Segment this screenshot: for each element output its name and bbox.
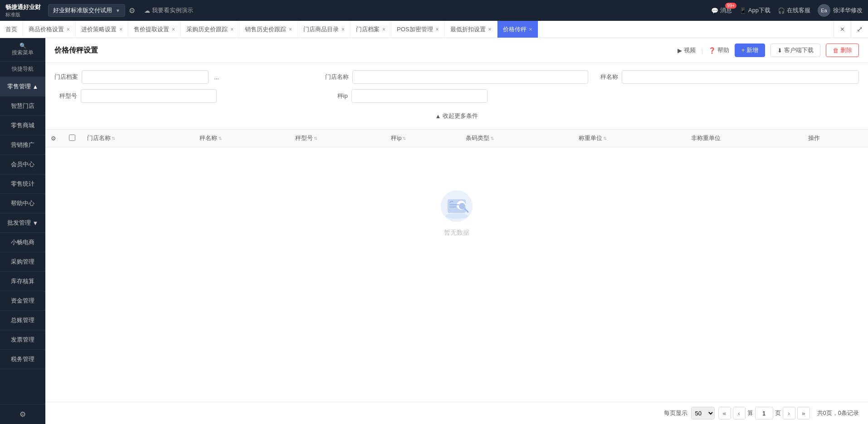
sidebar-item-help[interactable]: 帮助中心 [0,194,45,213]
prev-page-button[interactable]: ‹ [733,407,746,419]
table-header-row: ⚙ 门店名称⇅ 秤名称⇅ 秤型号⇅ [45,130,868,147]
tab-end-area: × ⤢ [834,21,868,38]
th-store-name[interactable]: 门店名称⇅ [82,130,194,147]
scale-model-label: 秤型号 [54,92,77,100]
th-barcode-type[interactable]: 条码类型⇅ [460,130,573,147]
sort-icon: ⇅ [603,136,607,141]
close-icon[interactable]: × [119,26,122,33]
delete-button[interactable]: 🗑 删除 [826,43,859,57]
question-icon: ❓ [708,47,716,54]
pagination-bar: 每页显示 50 10 20 100 « ‹ 算 页 › » 共0页，0条记录 [45,402,868,424]
sidebar-item-invoice[interactable]: 发票管理 [0,330,45,350]
sidebar-item-retail-stats[interactable]: 零售统计 [0,174,45,194]
collapse-button[interactable]: ▲ 收起更多条件 [54,110,859,122]
sidebar-item-wholesale[interactable]: 批发管理 ▼ [0,213,45,233]
app-download-button[interactable]: 📱 App下载 [739,6,770,14]
store-file-input[interactable] [82,70,209,84]
next-page-button[interactable]: › [783,407,795,419]
tab-home[interactable]: 首页 [0,21,23,38]
sidebar-item-marketing[interactable]: 营销推广 [0,135,45,155]
th-scale-ip[interactable]: 秤ip⇅ [385,130,460,147]
sidebar-item-finance[interactable]: 资金管理 [0,291,45,311]
close-icon[interactable]: × [341,26,345,33]
th-scale-model[interactable]: 秤型号⇅ [290,130,385,147]
tab-price-settings[interactable]: 商品价格设置 × [23,21,76,38]
sidebar-item-retail[interactable]: 零售管理 ▲ [0,77,45,96]
select-all-checkbox[interactable] [69,135,75,141]
close-icon[interactable]: × [436,26,439,33]
filter-store-name: 门店名称 [325,70,589,84]
close-icon[interactable]: × [488,26,492,33]
tab-min-discount[interactable]: 最低折扣设置 × [445,21,497,38]
per-page-select[interactable]: 50 10 20 100 [691,407,715,419]
svg-point-1 [445,213,468,219]
sidebar-settings-button[interactable]: ⚙ [0,404,45,424]
sidebar-item-label: 资金管理 [11,297,34,305]
per-page-label: 每页显示 [664,409,688,417]
tab-bar: 首页 商品价格设置 × 进价策略设置 × 售价提取设置 × 采购历史价跟踪 × … [0,21,868,38]
add-button[interactable]: + 新增 [735,43,765,57]
top-bar: 畅捷通好业财 标准版 好业财标准版交付试用 ▼ ⚙ ☁ 我要看实例演示 💬 消息… [0,0,868,21]
sidebar-item-label: 营销推广 [11,141,34,149]
first-page-button[interactable]: « [718,407,731,419]
tab-sell-extract[interactable]: 售价提取设置 × [128,21,181,38]
demo-link[interactable]: ☁ 我要看实例演示 [144,6,193,14]
sidebar-item-purchase[interactable]: 采购管理 [0,252,45,272]
filter-row-1: 门店档案 ... 门店名称 秤名称 [54,70,859,84]
tab-price-scale[interactable]: 价格传秤 × [497,21,538,38]
sidebar-item-member[interactable]: 会员中心 [0,155,45,174]
top-right-area: 💬 消息 99+ 📱 App下载 🎧 在线客服 Ea 徐泽华修改 [711,4,863,17]
main-layout: 🔍 搜索菜单 快捷导航 零售管理 ▲ 智慧门店 零售商城 营销推广 会员中心 零… [0,38,868,424]
download-button[interactable]: ⬇ 客户端下载 [770,43,820,57]
tab-close-all-button[interactable]: × [834,21,851,38]
scale-name-input[interactable] [622,70,859,84]
settings-button[interactable]: ⚙ [125,5,139,17]
close-icon[interactable]: × [172,26,175,33]
sidebar-item-label: 批发管理 [7,219,31,227]
sidebar: 🔍 搜索菜单 快捷导航 零售管理 ▲ 智慧门店 零售商城 营销推广 会员中心 零… [0,38,45,424]
sidebar-item-label: 零售统计 [11,180,34,188]
sidebar-search[interactable]: 🔍 搜索菜单 [0,38,45,62]
scale-ip-input[interactable] [351,89,488,103]
sidebar-item-retail-mall[interactable]: 零售商城 [0,116,45,135]
tab-expand-button[interactable]: ⤢ [851,21,868,38]
tab-pos-manage[interactable]: POS加密管理 × [391,21,444,38]
message-button[interactable]: 💬 消息 99+ [711,6,732,14]
sidebar-quick-nav[interactable]: 快捷导航 [0,62,45,77]
chevron-icon: ▼ [33,220,39,226]
version-label: 好业财标准版交付试用 [53,6,112,14]
sidebar-item-inventory[interactable]: 库存核算 [0,272,45,291]
help-link[interactable]: ❓ 帮助 [708,46,729,54]
scale-model-input[interactable] [81,89,217,103]
store-file-dots[interactable]: ... [212,74,221,81]
close-icon[interactable]: × [67,26,70,33]
tab-store-catalog[interactable]: 门店商品目录 × [298,21,351,38]
close-icon[interactable]: × [230,26,234,33]
user-area[interactable]: Ea 徐泽华修改 [818,4,863,17]
sidebar-item-ledger[interactable]: 总账管理 [0,311,45,330]
tab-purchase-history[interactable]: 采购历史价跟踪 × [181,21,239,38]
th-scale-name[interactable]: 秤名称⇅ [194,130,290,147]
sidebar-item-label: 税务管理 [11,355,34,363]
tab-label: 售价提取设置 [134,25,169,34]
online-service-button[interactable]: 🎧 在线客服 [778,6,810,14]
sidebar-item-tax[interactable]: 税务管理 [0,350,45,369]
close-icon[interactable]: × [289,26,292,33]
last-page-button[interactable]: » [797,407,810,419]
sidebar-item-label: 采购管理 [11,258,34,266]
sidebar-item-xiaochang[interactable]: 小畅电商 [0,233,45,252]
store-name-input[interactable] [352,70,589,84]
tab-purchase-strategy[interactable]: 进价策略设置 × [76,21,128,38]
sidebar-item-smart-store[interactable]: 智慧门店 [0,96,45,116]
close-icon[interactable]: × [529,26,532,33]
close-icon[interactable]: × [382,26,385,33]
th-gear[interactable]: ⚙ [45,130,63,147]
th-weight-unit[interactable]: 称重单位⇅ [573,130,686,147]
sort-icon: ⇅ [314,136,317,141]
version-selector[interactable]: 好业财标准版交付试用 ▼ [48,4,125,17]
tab-store-file[interactable]: 门店档案 × [351,21,391,38]
page-number-input[interactable] [755,407,773,419]
video-link[interactable]: ▶ 视频 [678,46,696,54]
table-wrapper: ⚙ 门店名称⇅ 秤名称⇅ 秤型号⇅ [45,130,868,402]
tab-sell-history[interactable]: 销售历史价跟踪 × [239,21,298,38]
